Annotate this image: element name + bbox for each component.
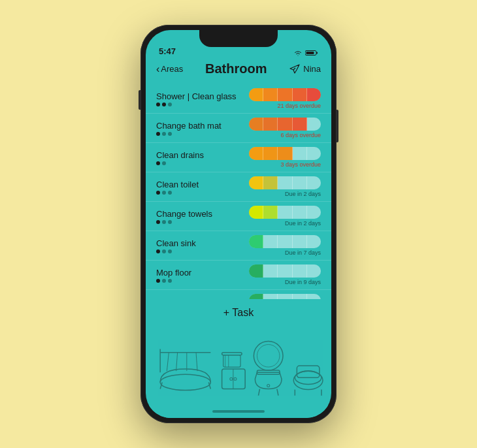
progress-segment xyxy=(249,294,263,299)
task-dot xyxy=(162,191,166,195)
task-dot xyxy=(168,132,172,136)
task-item[interactable]: Clean toilet Due in 2 days xyxy=(146,172,331,202)
progress-segment xyxy=(263,176,278,189)
progress-bar xyxy=(249,294,321,299)
progress-segment xyxy=(307,206,321,219)
task-left: Change towels xyxy=(156,209,249,224)
progress-segment xyxy=(278,206,292,219)
task-right: Due in 7 days xyxy=(249,235,321,256)
progress-segment xyxy=(307,294,321,299)
progress-segment xyxy=(293,294,307,299)
back-chevron: ‹ xyxy=(156,63,159,75)
task-right: 21 days overdue xyxy=(249,88,321,109)
progress-segment xyxy=(278,235,292,248)
page-title: Bathroom xyxy=(205,61,267,76)
task-right: Due in 9 days xyxy=(249,264,321,285)
back-button[interactable]: ‹ Areas xyxy=(156,63,183,75)
user-name: Nina xyxy=(303,64,321,74)
task-dot xyxy=(156,191,160,195)
progress-segment xyxy=(293,88,307,101)
progress-segments xyxy=(249,147,321,160)
progress-segment xyxy=(307,264,321,278)
task-dot xyxy=(162,132,166,136)
task-right: Due in 2 days xyxy=(249,206,321,227)
task-item[interactable]: Clean mirrors Due in 15 days xyxy=(146,290,331,299)
task-dot xyxy=(168,279,172,283)
battery-icon xyxy=(305,50,318,56)
bottom-illustration xyxy=(146,327,331,405)
task-item[interactable]: Mop floor Due in 9 days xyxy=(146,261,331,290)
status-text: 21 days overdue xyxy=(277,103,321,109)
progress-segment xyxy=(278,147,292,160)
svg-rect-28 xyxy=(297,366,320,377)
status-icons xyxy=(293,50,318,56)
task-left: Clean toilet xyxy=(156,180,249,195)
user-button[interactable]: Nina xyxy=(289,64,321,74)
progress-segment xyxy=(249,147,263,160)
task-item[interactable]: Clean drains 3 days overdue xyxy=(146,143,331,172)
svg-line-25 xyxy=(277,389,278,396)
status-text: 6 days overdue xyxy=(280,132,321,138)
progress-segment xyxy=(293,206,307,219)
progress-segment xyxy=(293,235,307,248)
svg-rect-12 xyxy=(222,353,242,355)
progress-segment xyxy=(278,118,292,131)
task-item[interactable]: Change bath mat 6 days overdue xyxy=(146,114,331,143)
progress-segment xyxy=(278,264,292,278)
progress-segment xyxy=(293,176,307,189)
progress-segment xyxy=(249,176,263,189)
add-task-label: + Task xyxy=(223,307,254,318)
task-name: Shower | Clean glass xyxy=(156,91,249,101)
status-time: 5:47 xyxy=(159,46,176,56)
progress-segment xyxy=(263,264,278,278)
svg-line-11 xyxy=(196,353,197,371)
wifi-icon xyxy=(293,50,303,56)
task-name: Clean sink xyxy=(156,238,249,248)
status-text: Due in 7 days xyxy=(285,249,321,256)
progress-segment xyxy=(263,88,278,101)
progress-bar xyxy=(249,206,321,219)
progress-segments xyxy=(249,88,321,101)
progress-segment xyxy=(278,294,292,299)
phone-screen: 5:47 ‹ Areas B xyxy=(146,30,331,418)
progress-segment xyxy=(249,235,263,248)
task-item[interactable]: Clean sink Due in 7 days xyxy=(146,231,331,261)
svg-rect-13 xyxy=(223,355,240,367)
svg-rect-2 xyxy=(306,52,314,54)
task-dot xyxy=(168,191,172,195)
svg-rect-1 xyxy=(316,52,318,54)
progress-segment xyxy=(263,206,278,219)
progress-segment xyxy=(293,118,307,131)
add-task-button[interactable]: + Task xyxy=(146,299,331,327)
task-dot xyxy=(162,103,166,106)
task-dot xyxy=(156,161,160,165)
svg-point-23 xyxy=(267,384,270,387)
progress-bar xyxy=(249,88,321,101)
progress-segment xyxy=(307,118,321,131)
progress-segment xyxy=(307,147,321,160)
svg-line-9 xyxy=(176,353,178,371)
svg-point-18 xyxy=(230,377,233,380)
task-dot xyxy=(156,220,160,224)
progress-segment xyxy=(278,176,292,189)
progress-segment xyxy=(249,206,263,219)
task-right: 3 days overdue xyxy=(249,147,321,168)
notch xyxy=(199,30,278,47)
task-dot xyxy=(162,161,166,165)
progress-segments xyxy=(249,118,321,131)
progress-segment xyxy=(263,147,278,160)
progress-segments xyxy=(249,176,321,189)
status-text: 3 days overdue xyxy=(280,161,321,168)
task-dot xyxy=(156,103,160,106)
task-item[interactable]: Shower | Clean glass 21 days overdue xyxy=(146,84,331,114)
task-item[interactable]: Change towels Due in 2 days xyxy=(146,202,331,231)
bathroom-svg xyxy=(152,327,325,405)
progress-segments xyxy=(249,235,321,248)
progress-segment xyxy=(307,235,321,248)
task-left: Mop floor xyxy=(156,268,249,283)
home-bar xyxy=(212,410,265,413)
status-text: Due in 9 days xyxy=(285,279,321,285)
progress-segments xyxy=(249,264,321,278)
phone-frame: 5:47 ‹ Areas B xyxy=(140,25,337,423)
back-label: Areas xyxy=(161,64,183,74)
